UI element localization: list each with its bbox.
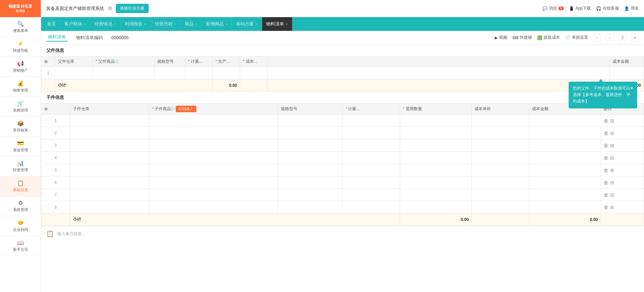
sidebar-item-1[interactable]: ⚡ 快捷导航 bbox=[0, 37, 41, 57]
child-row-warehouse-5[interactable] bbox=[70, 176, 149, 189]
sidebar-item-8[interactable]: 📋 基础信息 bbox=[0, 176, 41, 196]
sidebar-item-4[interactable]: 🛒 采购管理 bbox=[0, 97, 41, 117]
child-row-measure-7[interactable] bbox=[343, 201, 400, 213]
sidebar-item-11[interactable]: 📖 新手引导 bbox=[0, 236, 41, 256]
settings-icon[interactable]: ⚙ bbox=[108, 5, 112, 12]
scan-button[interactable]: 扫码录入 bbox=[176, 106, 196, 112]
nav-tab-close-2[interactable]: × bbox=[114, 22, 116, 26]
child-row-warehouse-7[interactable] bbox=[70, 201, 149, 213]
delete-icon-3[interactable]: 🗑 bbox=[604, 155, 608, 161]
child-row-qty-0[interactable] bbox=[400, 115, 471, 127]
delete-icon-1[interactable]: 🗑 bbox=[604, 130, 608, 136]
nav-tab-0[interactable]: 首页 bbox=[43, 17, 60, 31]
copy-icon-5[interactable]: ⊞ bbox=[610, 180, 614, 185]
child-row-qty-2[interactable] bbox=[400, 139, 471, 152]
copy-icon-4[interactable]: ⊞ bbox=[610, 167, 614, 173]
nav-prev-button[interactable]: ‹ bbox=[593, 34, 601, 42]
child-row-warehouse-6[interactable] bbox=[70, 189, 149, 201]
nav-tab-8[interactable]: 物料清单× bbox=[262, 17, 292, 31]
delete-icon-7[interactable]: 🗑 bbox=[604, 205, 608, 210]
child-row-measure-1[interactable] bbox=[343, 127, 400, 139]
nav-tab-2[interactable]: 经营情况× bbox=[90, 17, 121, 31]
child-row-product-5[interactable] bbox=[149, 176, 278, 189]
parent-row-measure[interactable] bbox=[185, 67, 213, 79]
experience-button[interactable]: 体验行业方案 bbox=[116, 4, 149, 13]
nav-next-button[interactable]: › bbox=[606, 34, 614, 42]
child-row-measure-3[interactable] bbox=[343, 152, 400, 164]
parent-row-warehouse[interactable] bbox=[55, 67, 93, 79]
delete-icon-5[interactable]: 🗑 bbox=[604, 180, 608, 185]
child-row-product-1[interactable] bbox=[149, 127, 278, 139]
child-row-qty-5[interactable] bbox=[400, 176, 471, 189]
nav-tab-7[interactable]: 条码方案× bbox=[232, 17, 262, 31]
child-row-warehouse-3[interactable] bbox=[70, 152, 149, 164]
list-view-button[interactable]: ☰ bbox=[619, 34, 626, 42]
app-download-button[interactable]: 📱 App下载 bbox=[569, 5, 591, 11]
child-row-product-6[interactable] bbox=[149, 189, 278, 201]
message-button[interactable]: 💬 消息 6 bbox=[542, 5, 564, 11]
child-row-measure-6[interactable] bbox=[343, 189, 400, 201]
sub-tab-bill[interactable]: 物料清单 bbox=[46, 34, 67, 42]
parent-row-product[interactable] bbox=[93, 67, 154, 79]
copy-icon-2[interactable]: ⊞ bbox=[610, 143, 614, 148]
nav-tab-close-8[interactable]: × bbox=[286, 22, 288, 26]
parent-row-cost[interactable] bbox=[240, 67, 268, 79]
copy-icon-1[interactable]: ⊞ bbox=[610, 130, 614, 136]
child-row-qty-7[interactable] bbox=[400, 201, 471, 213]
child-row-product-7[interactable] bbox=[149, 201, 278, 213]
child-row-product-3[interactable] bbox=[149, 152, 278, 164]
child-row-warehouse-2[interactable] bbox=[70, 139, 149, 152]
nav-tab-3[interactable]: 利润报告× bbox=[121, 17, 151, 31]
copy-icon-6[interactable]: ⊞ bbox=[610, 192, 614, 198]
tooltip-close-button[interactable]: × bbox=[631, 85, 633, 92]
nav-tab-close-3[interactable]: × bbox=[144, 22, 146, 26]
sidebar-item-10[interactable]: 🤝 企业协同 bbox=[0, 216, 41, 236]
video-button[interactable]: ▶ 视频 bbox=[495, 35, 507, 40]
sidebar-item-3[interactable]: 💰 销售管理 bbox=[0, 77, 41, 97]
nav-tab-close-1[interactable]: × bbox=[84, 22, 86, 26]
nav-tab-close-5[interactable]: × bbox=[195, 22, 197, 26]
copy-icon-7[interactable]: ⊞ bbox=[610, 205, 614, 210]
shortcut-button[interactable]: ⌨ 快捷键 bbox=[512, 35, 532, 40]
nav-tab-close-6[interactable]: × bbox=[225, 22, 227, 26]
delete-icon-0[interactable]: 🗑 bbox=[604, 118, 608, 124]
nav-tab-1[interactable]: 客户联络× bbox=[60, 17, 90, 31]
sidebar-item-7[interactable]: 📊 经营管理 bbox=[0, 156, 41, 176]
delete-icon-4[interactable]: 🗑 bbox=[604, 167, 608, 173]
delete-icon-6[interactable]: 🗑 bbox=[604, 192, 608, 198]
child-row-product-4[interactable] bbox=[149, 164, 278, 176]
cost-button[interactable]: 💹 提取成本 bbox=[537, 35, 560, 40]
nav-tab-6[interactable]: 新增商品× bbox=[202, 17, 232, 31]
parent-row-produce[interactable] bbox=[213, 67, 240, 79]
child-row-qty-3[interactable] bbox=[400, 152, 471, 164]
child-row-warehouse-4[interactable] bbox=[70, 164, 149, 176]
child-row-product-0[interactable] bbox=[149, 115, 278, 127]
sidebar-item-9[interactable]: ⚙ 系统管理 bbox=[0, 196, 41, 216]
child-row-product-2[interactable] bbox=[149, 139, 278, 152]
user-button[interactable]: 👤 用友 bbox=[624, 5, 639, 11]
nav-tab-close-4[interactable]: × bbox=[174, 22, 176, 26]
copy-icon-3[interactable]: ⊞ bbox=[610, 155, 614, 161]
sidebar-item-0[interactable]: 🔍 搜索菜单 bbox=[0, 17, 41, 37]
online-service-button[interactable]: 🎧 在线客服 bbox=[596, 5, 619, 11]
child-row-warehouse-0[interactable] bbox=[70, 115, 149, 127]
sidebar-item-6[interactable]: 💳 资金管理 bbox=[0, 137, 41, 156]
child-row-measure-5[interactable] bbox=[343, 176, 400, 189]
nav-tab-5[interactable]: 商品× bbox=[181, 17, 202, 31]
child-row-warehouse-1[interactable] bbox=[70, 127, 149, 139]
child-row-qty-6[interactable] bbox=[400, 189, 471, 201]
close-tab-button[interactable]: ✕ bbox=[631, 34, 639, 42]
child-row-measure-0[interactable] bbox=[343, 115, 400, 127]
child-row-qty-1[interactable] bbox=[400, 127, 471, 139]
sidebar-item-5[interactable]: 📦 库存核算 bbox=[0, 117, 41, 137]
copy-icon-0[interactable]: ⊞ bbox=[610, 118, 614, 124]
setting-button[interactable]: 📄 单据设置 bbox=[565, 35, 588, 40]
bottom-text[interactable]: 输入备注信息... bbox=[57, 231, 85, 237]
child-row-measure-2[interactable] bbox=[343, 139, 400, 152]
nav-tab-4[interactable]: 经营历程× bbox=[151, 17, 181, 31]
delete-icon-2[interactable]: 🗑 bbox=[604, 143, 608, 148]
child-row-qty-4[interactable] bbox=[400, 164, 471, 176]
nav-tab-close-7[interactable]: × bbox=[256, 22, 258, 26]
sidebar-item-2[interactable]: 📢 营销推广 bbox=[0, 57, 41, 77]
child-row-measure-4[interactable] bbox=[343, 164, 400, 176]
